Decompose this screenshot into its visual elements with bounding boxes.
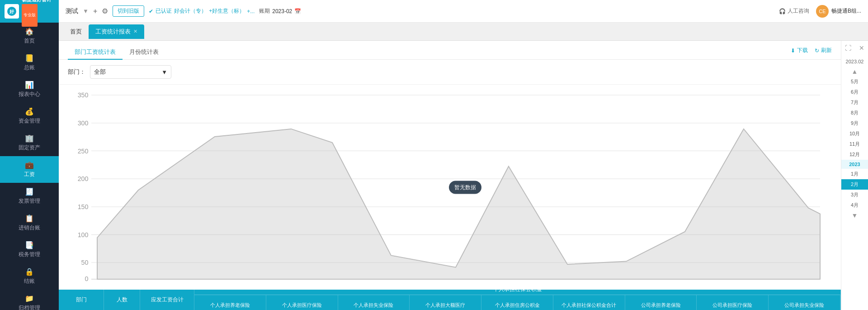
month-may[interactable]: 5月 (841, 76, 868, 87)
refresh-button[interactable]: ↻ 刷新 (815, 47, 832, 54)
user-menu[interactable]: CE 畅捷通B组... (816, 5, 861, 18)
logo-icon: 好 (5, 4, 19, 19)
th-housing-fund: 个人承担住房公积金 (481, 295, 553, 310)
month-apr[interactable]: 4月 (841, 200, 868, 210)
add-button[interactable]: + (93, 7, 97, 15)
sidebar-item-ledger[interactable]: 📒 总账 (0, 49, 59, 76)
sidebar-item-invoice[interactable]: 🧾 发票管理 (0, 183, 59, 210)
sidebar-item-close[interactable]: 🔒 结账 (0, 263, 59, 290)
funds-icon: 💰 (25, 107, 34, 116)
help-button[interactable]: 🎧 人工咨询 (779, 7, 809, 15)
sidebar-label-reports: 报表中心 (19, 91, 40, 98)
tab-close-icon[interactable]: ✕ (133, 29, 137, 34)
switch-version-button[interactable]: 切到旧版 (113, 5, 144, 17)
sidebar-item-reports[interactable]: 📊 报表中心 (0, 76, 59, 103)
subtab-list: 部门工资统计表 月份统计表 (68, 45, 165, 59)
archive-icon: 📁 (25, 294, 34, 303)
panel-close-icon[interactable]: ✕ (859, 44, 864, 52)
sidebar-item-archive[interactable]: 📁 归档管理 (0, 290, 59, 310)
app-logo: 好 畅捷通好会计 专业版 (0, 0, 59, 23)
sidebar: 好 畅捷通好会计 专业版 🏠 首页 📒 总账 📊 报表中心 💰 资金管理 🏢 (0, 0, 59, 310)
status1-label: 好会计（专） (174, 7, 207, 15)
company-name: 测试 (66, 7, 78, 15)
dept-filter-select[interactable]: 全部 ▼ (90, 65, 171, 79)
content-main: 部门工资统计表 月份统计表 ⬇ 下载 ↻ 刷新 (59, 41, 841, 310)
tab-payroll-report[interactable]: 工资统计报表 ✕ (89, 24, 144, 39)
dept-filter-value: 全部 (94, 68, 106, 76)
sidebar-label-home: 首页 (24, 37, 35, 45)
chart-tooltip: 暂无数据 (449, 181, 481, 194)
sidebar-label-close: 结账 (24, 277, 35, 285)
subtab-actions: ⬇ 下载 ↻ 刷新 (791, 47, 832, 58)
month-mar[interactable]: 3月 (841, 190, 868, 200)
month-jul[interactable]: 7月 (841, 97, 868, 108)
th-total-wage: 应发工资合计 (140, 290, 194, 310)
sidebar-item-sales[interactable]: 📋 进销台账 (0, 210, 59, 236)
month-jun[interactable]: 6月 (841, 87, 868, 97)
sidebar-item-payroll[interactable]: 💼 工资 (0, 156, 59, 183)
sidebar-label-invoice: 发票管理 (19, 197, 40, 205)
chart-area: 350 300 250 200 150 100 50 0 暂无数据 (59, 85, 841, 290)
year-2023-header: 2023 (841, 160, 868, 169)
svg-text:好: 好 (9, 9, 14, 14)
panel-expand-icon[interactable]: ⛶ (845, 44, 851, 52)
th-company-pension: 公司承担养老保险 (625, 295, 697, 310)
filter-bar: 部门： 全部 ▼ (59, 60, 841, 85)
th-medical: 个人承担医疗保险 (266, 295, 338, 310)
sidebar-item-assets[interactable]: 🏢 固定资产 (0, 129, 59, 156)
svg-text:250: 250 (78, 148, 89, 155)
settings-gear-icon[interactable]: ⚙ (102, 7, 108, 15)
user-name: 畅捷通B组... (831, 7, 861, 15)
month-sep[interactable]: 9月 (841, 118, 868, 129)
sidebar-nav: 🏠 首页 📒 总账 📊 报表中心 💰 资金管理 🏢 固定资产 💼 工资 🧾 发票… (0, 23, 59, 310)
th-unemployment: 个人承担失业保险 (338, 295, 410, 310)
right-panel: ✕ ⛶ 2023.02 ▲ 5月 6月 7月 8月 9月 10月 11月 12月… (841, 41, 868, 310)
sidebar-item-home[interactable]: 🏠 首页 (0, 23, 59, 49)
month-list: ▲ 5月 6月 7月 8月 9月 10月 11月 12月 2023 1月 2月 … (841, 67, 868, 220)
sales-icon: 📋 (25, 214, 34, 223)
month-aug[interactable]: 8月 (841, 108, 868, 118)
scroll-down-button[interactable]: ▼ (850, 210, 859, 220)
calendar-icon[interactable]: 📅 (294, 8, 301, 14)
sidebar-label-funds: 资金管理 (19, 117, 40, 125)
scroll-up-button[interactable]: ▲ (850, 67, 859, 76)
th-company-medical: 公司承担医疗保险 (697, 295, 769, 310)
tab-home-label: 首页 (70, 28, 82, 36)
tab-home[interactable]: 首页 (63, 24, 89, 39)
download-button[interactable]: ⬇ 下载 (791, 47, 808, 54)
assets-icon: 🏢 (25, 134, 34, 143)
period-label: 账期 (259, 7, 270, 15)
certification-status: ✔ 已认证 好会计（专） +好生意（标） +... 账期 2023-02 📅 (149, 7, 301, 15)
sidebar-item-tax[interactable]: 📑 税务管理 (0, 236, 59, 263)
status2-label: +好生意（标） (209, 7, 245, 15)
subtab-monthly[interactable]: 月份统计表 (123, 45, 165, 60)
month-dec[interactable]: 12月 (841, 149, 868, 160)
subtab-bar: 部门工资统计表 月份统计表 ⬇ 下载 ↻ 刷新 (59, 41, 841, 60)
dropdown-arrow-icon: ▼ (161, 69, 167, 76)
sidebar-item-funds[interactable]: 💰 资金管理 (0, 103, 59, 129)
subtab-monthly-label: 月份统计表 (129, 48, 159, 55)
svg-text:100: 100 (78, 231, 89, 238)
topbar: 测试 ▼ + ⚙ 切到旧版 ✔ 已认证 好会计（专） +好生意（标） +... … (59, 0, 868, 23)
th-headcount: 人数 (104, 290, 140, 310)
month-feb[interactable]: 2月 (841, 179, 868, 190)
download-icon: ⬇ (791, 48, 795, 54)
svg-text:200: 200 (78, 175, 89, 182)
headset-icon: 🎧 (779, 8, 786, 14)
month-oct[interactable]: 10月 (841, 129, 868, 139)
month-nov[interactable]: 11月 (841, 139, 868, 149)
month-jan[interactable]: 1月 (841, 169, 868, 179)
app-name: 畅捷通好会计 (22, 0, 52, 3)
certified-label: 已认证 (156, 7, 172, 15)
main-area: 测试 ▼ + ⚙ 切到旧版 ✔ 已认证 好会计（专） +好生意（标） +... … (59, 0, 868, 310)
check-icon: ✔ (149, 8, 153, 14)
tab-payroll-report-label: 工资统计报表 (95, 28, 131, 36)
svg-text:350: 350 (78, 91, 89, 99)
company-dropdown-icon[interactable]: ▼ (83, 8, 89, 14)
subtab-dept[interactable]: 部门工资统计表 (68, 45, 123, 60)
year-display: 2023.02 (846, 59, 864, 64)
tax-icon: 📑 (25, 241, 34, 249)
sidebar-label-sales: 进销台账 (19, 224, 40, 232)
th-pension: 个人承担养老保险 (194, 295, 266, 310)
svg-text:300: 300 (78, 119, 89, 127)
